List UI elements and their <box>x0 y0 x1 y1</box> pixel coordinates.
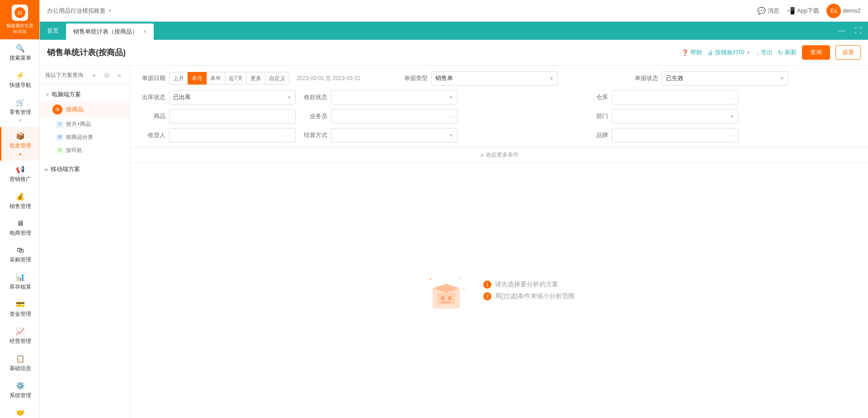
receiver-dots[interactable]: ··· <box>286 132 292 139</box>
date-btn-custom[interactable]: 自定义 <box>265 72 289 85</box>
sidebar-item-inventory[interactable]: 📊 库存核算 <box>0 268 40 295</box>
payment-select[interactable]: ▼ <box>331 128 458 142</box>
empty-state: ✦ ✦ ✦ 1 请先选择要分析的方案 2 <box>130 163 868 418</box>
date-btn-more[interactable]: 更多 <box>246 72 265 85</box>
sidebar-item-system[interactable]: ⚙️ 系统管理 <box>0 377 40 404</box>
app-download-label: App下载 <box>797 7 819 15</box>
date-btn-thismonth[interactable]: 本月 <box>188 72 207 85</box>
status-value: 已生效 <box>666 74 684 82</box>
tab-home[interactable]: 首页 <box>40 22 66 40</box>
mobile-group-header[interactable]: ▶ 移动端方案 <box>40 162 130 176</box>
scheme-item-monthly-goods[interactable]: 月 按月+商品 <box>40 118 130 131</box>
query-btn[interactable]: 查询 <box>802 45 830 60</box>
dept-select[interactable]: ▼ <box>612 109 738 124</box>
marketing-icon: 📢 <box>16 165 25 174</box>
brand-dots[interactable]: ··· <box>729 132 734 139</box>
sidebar-item-purchase[interactable]: 🛍 采购管理 <box>0 242 40 268</box>
add-scheme-btn[interactable]: + <box>89 70 99 80</box>
left-panel-title: 按以下方案查询 <box>45 71 83 79</box>
type-select[interactable]: 销售单 ▼ <box>431 71 558 86</box>
svg-rect-8 <box>442 302 451 303</box>
messages-label: 消息 <box>768 7 779 15</box>
settings-btn[interactable]: 设置 <box>835 45 861 60</box>
tab-minimize-btn[interactable]: — <box>835 24 848 37</box>
sidebar-item-operations[interactable]: 📈 经营管理 <box>0 323 40 350</box>
scheme-sub-icon: 司 <box>56 147 63 154</box>
stockout-select[interactable]: 已出库 ▼ <box>169 90 296 104</box>
date-btn-lastmonth[interactable]: 上月 <box>169 72 188 85</box>
user-profile-btn[interactable]: Ea demo2 <box>826 4 861 18</box>
sidebar-item-label: 库存核算 <box>9 283 31 291</box>
export-btn[interactable]: ↓ 导出 <box>756 48 773 57</box>
type-value: 销售单 <box>435 74 453 82</box>
sidebar-item-basicinfo[interactable]: 📋 基础信息 <box>0 350 40 377</box>
tab-close-btn[interactable]: × <box>143 28 146 35</box>
scheme-item-by-driver[interactable]: 司 按司机 <box>40 144 130 157</box>
salesperson-dots[interactable]: ··· <box>448 113 453 120</box>
receive-filter-group: 收款状态 ▼ <box>299 90 580 104</box>
sidebar-item-label: 资金管理 <box>9 310 31 318</box>
stockout-label: 出库状态 <box>137 93 169 101</box>
tabs-controls: — ⛶ <box>835 24 868 37</box>
scheme-sub-icon: 月 <box>56 121 63 128</box>
topbar-right: 💬 消息 📲 App下载 Ea demo2 <box>757 4 861 18</box>
tab-current-label: 销售单统计表（按商品） <box>73 28 138 36</box>
tip-num-2: 2 <box>483 292 491 300</box>
type-label: 单据类型 <box>400 74 431 82</box>
empty-tip-1: 1 请先选择要分析的方案 <box>483 280 575 289</box>
sidebar-item-quicknav[interactable]: ⚡ 快捷导航 <box>0 66 40 94</box>
receive-select[interactable]: ▼ <box>331 90 458 104</box>
sidebar-item-wholesale[interactable]: 📦 批发管理 ▲ <box>0 127 40 161</box>
goods-dots[interactable]: ··· <box>286 113 292 120</box>
collapse-bar[interactable]: ∧ 收起更多条件 <box>130 147 868 163</box>
quicknav-icon: ⚡ <box>16 71 25 80</box>
filter-container: 单据日期 上月 本月 本年 近7天 更多 自定义 2023-03-01 至 20… <box>130 66 868 147</box>
stockout-chevron: ▼ <box>287 95 292 100</box>
stockout-value: 已出库 <box>173 93 191 101</box>
date-btn-thisyear[interactable]: 本年 <box>206 72 225 85</box>
payment-filter-group: 结算方式 ▼ <box>299 128 580 142</box>
scheme-dot-icon: 按 <box>52 104 62 114</box>
tab-current[interactable]: 销售单统计表（按商品） × <box>66 24 154 40</box>
collapse-panel-btn[interactable]: « <box>114 70 124 80</box>
sidebar-item-label: 营销推广 <box>9 176 31 183</box>
status-select[interactable]: 已生效 ▼ <box>662 71 788 86</box>
sidebar-item-ecommerce[interactable]: 🖥 电商管理 <box>0 215 40 242</box>
goods-input[interactable]: ··· <box>169 109 296 124</box>
tab-maximize-btn[interactable]: ⛶ <box>852 24 864 37</box>
messages-btn[interactable]: 💬 消息 <box>757 7 779 15</box>
warehouse-dots[interactable]: ··· <box>729 94 734 101</box>
wholesale-icon: 📦 <box>16 132 25 140</box>
warehouse-input[interactable]: ··· <box>612 90 738 104</box>
basicinfo-icon: 📋 <box>16 354 25 363</box>
type-chevron: ▼ <box>549 76 554 81</box>
sidebar-item-search[interactable]: 🔍 搜索菜单 <box>0 39 40 66</box>
brand-input[interactable]: ··· <box>612 128 738 142</box>
sidebar-item-sales[interactable]: 💰 销售管理 <box>0 188 40 215</box>
brand-filter-group: 品牌 ··· <box>580 128 861 142</box>
scheme-sub-icon: 类 <box>56 134 63 141</box>
salesperson-input[interactable]: ··· <box>331 109 458 124</box>
scheme-item-by-goods[interactable]: 按 按商品 <box>40 101 130 118</box>
help-label: 帮助 <box>690 48 702 57</box>
scheme-item-by-category[interactable]: 类 按商品分类 <box>40 131 130 144</box>
sidebar-item-marketing[interactable]: 📢 营销推广 <box>0 161 40 188</box>
receiver-input[interactable]: ··· <box>169 128 296 142</box>
left-panel-icons: + ⊙ « <box>89 70 124 80</box>
print-btn[interactable]: 🖨 按模板打印 ▼ <box>708 48 751 57</box>
sidebar-item-finance[interactable]: 💳 资金管理 <box>0 295 40 323</box>
help-btn[interactable]: ❓ 帮助 <box>681 48 702 57</box>
sidebar-item-label: 采购管理 <box>9 256 31 264</box>
date-btn-7days[interactable]: 近7天 <box>225 72 247 85</box>
status-filter-group: 单据状态 已生效 ▼ <box>630 71 861 86</box>
svg-text:✦: ✦ <box>462 286 466 291</box>
workspace-selector[interactable]: 办公用品行业模拟账套 ▼ <box>47 7 112 15</box>
app-download-btn[interactable]: 📲 App下载 <box>787 7 819 15</box>
sidebar-item-retail[interactable]: 🛒 零售管理 ▼ <box>0 94 40 127</box>
pc-group-header[interactable]: ▼ 电脑端方案 <box>40 88 130 101</box>
sidebar-item-label: 销售管理 <box>9 203 31 210</box>
refresh-btn[interactable]: ↻ 刷新 <box>778 48 797 57</box>
edit-scheme-btn[interactable]: ⊙ <box>102 70 112 80</box>
type-filter-group: 单据类型 销售单 ▼ <box>400 71 630 86</box>
sidebar-item-cooperation[interactable]: 🤝 企业协同 <box>0 404 40 418</box>
